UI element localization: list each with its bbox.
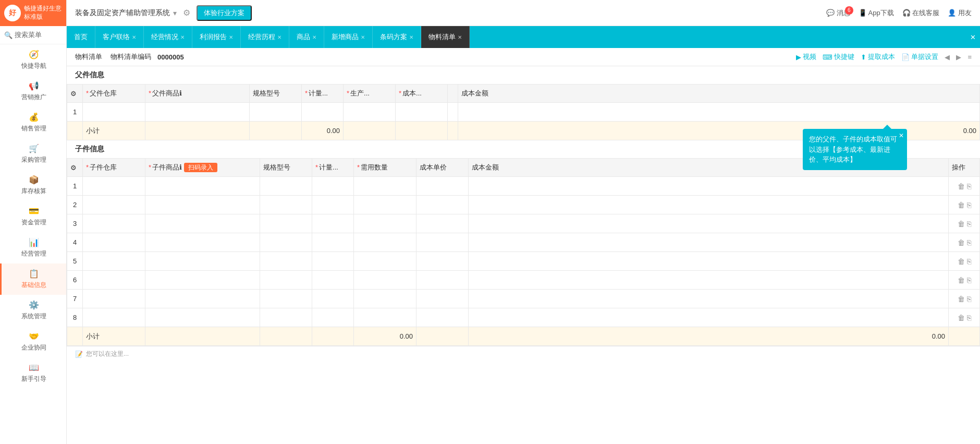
child-row-8-warehouse[interactable] [83,308,145,327]
app-download-button[interactable]: 📱 App下载 [859,8,894,18]
tab-profit[interactable]: 利润报告 ✕ [192,26,241,48]
parent-row-1-unit[interactable] [302,103,344,122]
message-button[interactable]: 💬 消息 6 [826,8,850,18]
child-row-1-warehouse[interactable] [83,177,145,196]
child-col-settings[interactable]: ⚙ [67,159,83,177]
child-row-7-qty[interactable] [354,290,416,308]
tab-profit-close[interactable]: ✕ [229,34,233,40]
child-row-6-copy-icon[interactable]: ⎘ [967,276,971,284]
child-row-6-unit-price[interactable] [416,271,469,290]
sidebar-item-basicinfo[interactable]: 📋 基础信息 [0,263,66,295]
tab-history[interactable]: 经营历程 ✕ [241,26,289,48]
child-row-6-unit[interactable] [312,271,354,290]
child-row-2-qty[interactable] [354,196,416,214]
tab-bom-close[interactable]: ✕ [458,34,462,40]
child-row-6-spec[interactable] [260,271,312,290]
sidebar-item-operations[interactable]: 📊 经营管理 [0,232,66,263]
child-row-6-qty[interactable] [354,271,416,290]
child-row-8-product[interactable] [145,308,260,327]
child-row-5-unit[interactable] [312,252,354,271]
child-row-3-copy-icon[interactable]: ⎘ [967,220,971,228]
child-row-3-unit[interactable] [312,214,354,233]
child-row-2-unit[interactable] [312,196,354,214]
sidebar-item-marketing[interactable]: 📢 营销推广 [0,76,66,107]
child-row-7-spec[interactable] [260,290,312,308]
sidebar-item-inventory[interactable]: 📦 库存核算 [0,170,66,201]
tab-bom[interactable]: 物料清单 ✕ [421,26,470,48]
child-row-2-product[interactable] [145,196,260,214]
child-row-4-delete-icon[interactable]: 🗑 [958,238,965,247]
nav-prev-icon[interactable]: ◀ [945,53,950,61]
child-row-5-spec[interactable] [260,252,312,271]
child-row-1-qty[interactable] [354,177,416,196]
child-row-8-unit-price[interactable] [416,308,469,327]
sidebar-item-cooperation[interactable]: 🤝 企业协同 [0,326,66,357]
tab-customer[interactable]: 客户联络 ✕ [95,26,144,48]
tab-operations[interactable]: 经营情况 ✕ [144,26,192,48]
dropdown-arrow-icon[interactable]: ▾ [173,9,177,17]
child-row-7-unit[interactable] [312,290,354,308]
child-row-8-spec[interactable] [260,308,312,327]
child-row-5-copy-icon[interactable]: ⎘ [967,257,971,266]
tab-goods-close[interactable]: ✕ [312,34,316,40]
child-row-4-copy-icon[interactable]: ⎘ [967,238,971,247]
scan-button[interactable]: 扫码录入 [184,163,217,172]
sidebar-item-shortcut[interactable]: 🧭 快捷导航 [0,44,66,76]
search-menu[interactable]: 🔍 搜索菜单 [0,26,66,44]
extract-cost-button[interactable]: ⬆ 提取成本 [861,52,895,62]
child-row-4-spec[interactable] [260,233,312,252]
sidebar-item-purchase[interactable]: 🛒 采购管理 [0,138,66,170]
child-row-2-unit-price[interactable] [416,196,469,214]
video-button[interactable]: ▶ 视频 [796,52,816,62]
child-row-4-unit[interactable] [312,233,354,252]
grid-view-icon[interactable]: ≡ [967,53,972,61]
child-row-3-unit-price[interactable] [416,214,469,233]
child-row-7-product[interactable] [145,290,260,308]
child-row-8-qty[interactable] [354,308,416,327]
child-row-2-delete-icon[interactable]: 🗑 [958,201,965,209]
user-area[interactable]: 👤 用友 [948,8,972,18]
parent-row-1-spec[interactable] [250,103,302,122]
child-row-5-product[interactable] [145,252,260,271]
single-settings-button[interactable]: 📄 单据设置 [901,52,938,62]
child-row-1-unit-price[interactable] [416,177,469,196]
child-row-3-qty[interactable] [354,214,416,233]
child-row-1-spec[interactable] [260,177,312,196]
shortcut-button[interactable]: ⌨ 快捷键 [823,52,854,62]
sidebar-item-finance[interactable]: 💳 资金管理 [0,201,66,232]
child-row-2-spec[interactable] [260,196,312,214]
parent-row-1-warehouse[interactable] [83,103,145,122]
child-row-3-delete-icon[interactable]: 🗑 [958,220,965,228]
child-row-1-unit[interactable] [312,177,354,196]
tab-new-goods[interactable]: 新增商品 ✕ [324,26,373,48]
tooltip-close-button[interactable]: ✕ [899,131,904,140]
child-row-3-warehouse[interactable] [83,214,145,233]
child-row-8-delete-icon[interactable]: 🗑 [958,314,965,322]
sidebar-item-sales[interactable]: 💰 销售管理 [0,107,66,138]
child-row-7-unit-price[interactable] [416,290,469,308]
child-row-5-warehouse[interactable] [83,252,145,271]
tab-home[interactable]: 首页 [67,26,95,48]
tab-operations-close[interactable]: ✕ [180,34,185,40]
child-row-4-product[interactable] [145,233,260,252]
child-row-7-copy-icon[interactable]: ⎘ [967,295,971,303]
child-row-4-warehouse[interactable] [83,233,145,252]
tab-history-close[interactable]: ✕ [277,34,281,40]
sidebar-item-guide[interactable]: 📖 新手引导 [0,357,66,389]
close-all-tabs[interactable]: ✕ [966,33,980,41]
child-row-5-unit-price[interactable] [416,252,469,271]
tab-barcode-close[interactable]: ✕ [409,34,413,40]
online-service-button[interactable]: 🎧 在线客服 [902,8,940,18]
child-row-5-delete-icon[interactable]: 🗑 [958,257,965,266]
tab-new-goods-close[interactable]: ✕ [361,34,365,40]
child-row-1-copy-icon[interactable]: ⎘ [967,182,971,190]
child-row-6-warehouse[interactable] [83,271,145,290]
trial-button[interactable]: 体验行业方案 [197,5,252,21]
child-row-3-product[interactable] [145,214,260,233]
child-row-3-spec[interactable] [260,214,312,233]
child-row-5-qty[interactable] [354,252,416,271]
tab-customer-close[interactable]: ✕ [132,34,136,40]
sidebar-item-system[interactable]: ⚙️ 系统管理 [0,295,66,326]
nav-next-icon[interactable]: ▶ [956,53,961,61]
child-row-8-unit[interactable] [312,308,354,327]
